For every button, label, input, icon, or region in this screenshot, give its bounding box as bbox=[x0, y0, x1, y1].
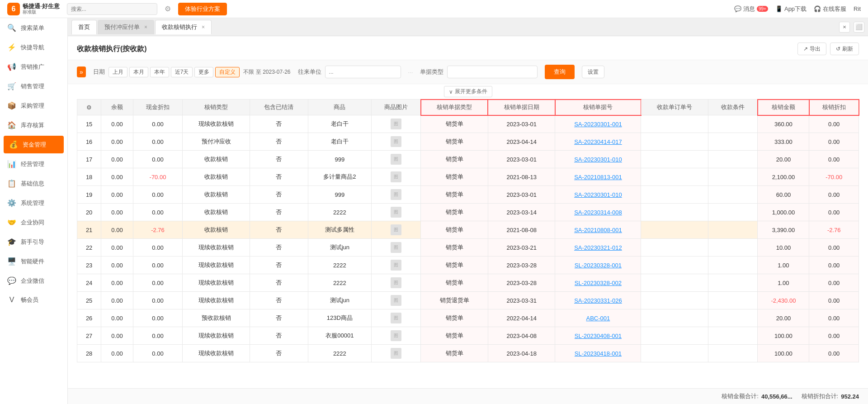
filter-btn-more[interactable]: 更多 bbox=[194, 67, 213, 77]
tab-writeoff[interactable]: 收款核销执行 × bbox=[155, 20, 212, 34]
cell-bill-type: 销货单 bbox=[421, 239, 488, 257]
cell-cash-discount: 0.00 bbox=[133, 115, 183, 133]
sidebar-item-base[interactable]: 📋 基础信息 bbox=[0, 174, 67, 193]
sidebar-item-marketing[interactable]: 📢 营销推广 bbox=[0, 57, 67, 76]
cell-bill-no[interactable]: SL-20230408-001 bbox=[555, 327, 641, 345]
filter-btn-last-month[interactable]: 上月 bbox=[108, 67, 127, 77]
tab-writeoff-close[interactable]: × bbox=[202, 24, 205, 30]
cell-receipt-condition bbox=[708, 309, 758, 327]
col-header-balance: 余额 bbox=[101, 100, 133, 115]
tab-home[interactable]: 首页 bbox=[71, 20, 97, 34]
cell-include-settled: 否 bbox=[250, 151, 308, 168]
app-download-label: App下载 bbox=[784, 5, 807, 13]
cell-writeoff-type: 现续收款核销 bbox=[183, 274, 250, 292]
cell-bill-date: 2023-04-08 bbox=[488, 327, 555, 345]
filter-collapse-btn[interactable]: » bbox=[77, 67, 86, 77]
filter-btn-this-month[interactable]: 本月 bbox=[129, 67, 148, 77]
cell-bill-no[interactable]: ABC-001 bbox=[555, 309, 641, 327]
cell-writeoff-type: 现续收款核销 bbox=[183, 345, 250, 362]
query-button[interactable]: 查询 bbox=[545, 65, 575, 79]
cell-writeoff-type: 收款核销 bbox=[183, 221, 250, 239]
sidebar-label-hardware: 智能硬件 bbox=[21, 257, 44, 266]
table-container[interactable]: ⚙ 余额 现金折扣 核销类型 包含已结清 商品 商品图片 核销单据类型 核销单据… bbox=[68, 99, 868, 388]
cell-bill-no[interactable]: SA-20230314-008 bbox=[555, 204, 641, 221]
system-icon: ⚙️ bbox=[7, 199, 16, 207]
cell-bill-no[interactable]: SA-20230331-026 bbox=[555, 292, 641, 309]
refresh-button[interactable]: ↺ 刷新 bbox=[830, 43, 859, 55]
service-label: 在线客服 bbox=[823, 5, 846, 13]
sidebar-item-inventory[interactable]: 🏠 库存核算 bbox=[0, 115, 67, 135]
sidebar-item-newbie[interactable]: 🎓 新手引导 bbox=[0, 232, 67, 252]
filter-counterpart-input[interactable] bbox=[325, 66, 401, 78]
cell-bill-no[interactable]: SA-20230414-017 bbox=[555, 133, 641, 151]
sidebar-label-search: 搜索菜单 bbox=[21, 24, 44, 32]
sidebar-item-sales[interactable]: 🛒 销售管理 bbox=[0, 76, 67, 96]
cell-goods: 2222 bbox=[308, 257, 371, 274]
sidebar-item-quick[interactable]: ⚡ 快捷导航 bbox=[0, 38, 67, 57]
cell-bill-no[interactable]: SA-20230301-010 bbox=[555, 151, 641, 168]
cell-bill-date: 2023-03-31 bbox=[488, 292, 555, 309]
filter-expand-button[interactable]: ∨ 展开更多条件 bbox=[444, 86, 492, 97]
sidebar-item-finance[interactable]: 💰 资金管理 bbox=[4, 136, 64, 153]
message-nav[interactable]: 💬 消息 99+ bbox=[734, 5, 768, 13]
filter-btn-7days[interactable]: 近7天 bbox=[171, 67, 193, 77]
cell-goods: 老白干 bbox=[308, 115, 371, 133]
cell-receipt-order-no bbox=[641, 133, 708, 151]
tab-close-btn[interactable]: × bbox=[839, 22, 850, 33]
cell-cash-discount: 0.00 bbox=[133, 345, 183, 362]
online-service-nav[interactable]: 🎧 在线客服 bbox=[814, 5, 846, 13]
cell-bill-no[interactable]: SA-20230321-012 bbox=[555, 239, 641, 257]
cell-bill-no[interactable]: SA-20230301-001 bbox=[555, 115, 641, 133]
cell-no: 26 bbox=[77, 309, 101, 327]
cell-writeoff-amount: 360.00 bbox=[758, 115, 809, 133]
cell-bill-date: 2023-04-18 bbox=[488, 345, 555, 362]
sidebar-item-corp[interactable]: 🤝 企业协同 bbox=[0, 213, 67, 232]
table-row: 25 0.00 0.00 现续收款核销 否 测试jun 图 销货退货单 2023… bbox=[77, 292, 859, 309]
cell-bill-no[interactable]: SL-20230328-001 bbox=[555, 257, 641, 274]
industry-solution-button[interactable]: 体验行业方案 bbox=[178, 3, 227, 15]
sidebar-item-hardware[interactable]: 🖥️ 智能硬件 bbox=[0, 252, 67, 271]
cell-goods: 老白干 bbox=[308, 133, 371, 151]
cell-bill-no[interactable]: SL-20230328-002 bbox=[555, 274, 641, 292]
sidebar-item-purchase[interactable]: 📦 采购管理 bbox=[0, 96, 67, 115]
app-download-nav[interactable]: 📱 App下载 bbox=[775, 5, 807, 13]
tab-advance-close[interactable]: × bbox=[144, 24, 147, 30]
cell-no: 20 bbox=[77, 204, 101, 221]
cell-goods: 999 bbox=[308, 186, 371, 204]
filter-bill-type-input[interactable] bbox=[447, 66, 538, 78]
user-nav[interactable]: Rit bbox=[854, 5, 861, 12]
tab-maximize-btn[interactable]: ⬜ bbox=[854, 22, 864, 33]
filter-settings-button[interactable]: 设置 bbox=[582, 66, 604, 78]
cell-bill-no[interactable]: SA-20210813-001 bbox=[555, 168, 641, 186]
sidebar-item-search[interactable]: 🔍 搜索菜单 bbox=[0, 18, 67, 38]
tab-advance[interactable]: 预付冲应付单 × bbox=[98, 20, 154, 34]
cell-goods-img: 图 bbox=[371, 204, 421, 221]
sidebar-item-member[interactable]: V 畅会员 bbox=[0, 290, 67, 309]
sidebar-item-mgmt[interactable]: 📊 经营管理 bbox=[0, 154, 67, 174]
cell-writeoff-type: 收款核销 bbox=[183, 151, 250, 168]
cell-no: 21 bbox=[77, 221, 101, 239]
cell-balance: 0.00 bbox=[101, 309, 133, 327]
table-row: 26 0.00 0.00 预收款核销 否 123D商品 图 销货单 2022-0… bbox=[77, 309, 859, 327]
cell-receipt-order-no bbox=[641, 204, 708, 221]
settings-icon[interactable]: ⚙ bbox=[165, 5, 171, 13]
col-header-settings[interactable]: ⚙ bbox=[77, 100, 101, 115]
cell-bill-no[interactable]: SA-20210808-001 bbox=[555, 221, 641, 239]
cell-bill-type: 销货单 bbox=[421, 133, 488, 151]
filter-btn-custom[interactable]: 自定义 bbox=[215, 67, 240, 77]
sidebar-label-finance: 资金管理 bbox=[23, 141, 46, 149]
cell-writeoff-discount: 0.00 bbox=[809, 186, 859, 204]
cell-include-settled: 否 bbox=[250, 186, 308, 204]
sidebar-item-system[interactable]: ⚙️ 系统管理 bbox=[0, 193, 67, 213]
cell-writeoff-discount: 0.00 bbox=[809, 257, 859, 274]
export-button[interactable]: ↗ 导出 bbox=[797, 43, 826, 55]
cell-receipt-order-no bbox=[641, 257, 708, 274]
sidebar-item-wechat[interactable]: 💬 企业微信 bbox=[0, 271, 67, 290]
cell-bill-no[interactable]: SL-20230418-001 bbox=[555, 345, 641, 362]
col-header-writeoff-amount: 核销金额 bbox=[758, 100, 809, 115]
cell-bill-type: 销货单 bbox=[421, 327, 488, 345]
search-input[interactable] bbox=[67, 3, 157, 15]
filter-btn-this-year[interactable]: 本年 bbox=[150, 67, 169, 77]
cell-receipt-condition bbox=[708, 239, 758, 257]
cell-bill-no[interactable]: SA-20230301-010 bbox=[555, 186, 641, 204]
